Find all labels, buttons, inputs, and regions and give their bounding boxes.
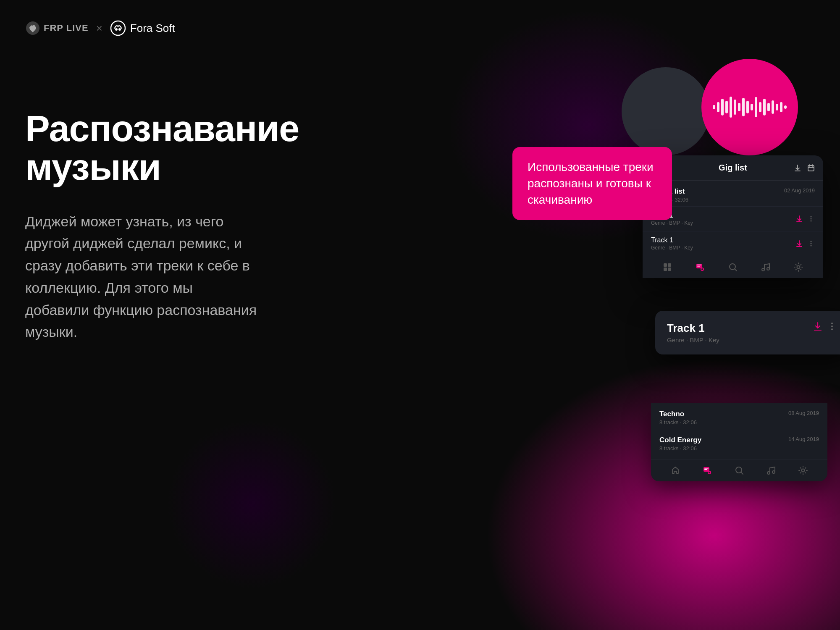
- svg-rect-6: [721, 99, 724, 116]
- header: FRP LIVE × Fora Soft: [25, 20, 175, 36]
- svg-point-33: [811, 243, 812, 244]
- svg-point-51: [831, 326, 833, 327]
- track-2-info: Track 1 Genre · BMP · Key: [651, 236, 693, 251]
- svg-rect-4: [713, 105, 715, 109]
- remix-date: 02 Aug 2019: [784, 187, 815, 194]
- nav-settings-icon[interactable]: [793, 262, 803, 272]
- frp-logo: FRP LIVE: [25, 21, 89, 36]
- svg-line-45: [735, 269, 737, 271]
- svg-point-50: [831, 323, 833, 324]
- svg-point-1: [111, 21, 125, 35]
- svg-rect-55: [704, 469, 707, 470]
- track-item-2: Track 1 Genre · BMP · Key: [643, 231, 823, 256]
- nav2-tracks-icon[interactable]: [766, 465, 776, 475]
- techno-meta: 8 tracks · 32:06: [659, 419, 697, 425]
- svg-point-29: [811, 218, 812, 220]
- description: Диджей может узнать, из чего другой дидж…: [25, 210, 260, 343]
- nav2-gig-icon[interactable]: [670, 465, 680, 475]
- app-lower-list: Techno 8 tracks · 32:06 08 Aug 2019 Cold…: [651, 403, 827, 481]
- frp-icon: [25, 21, 40, 36]
- svg-point-46: [762, 268, 764, 271]
- techno-date: 08 Aug 2019: [788, 410, 819, 416]
- svg-rect-11: [742, 98, 745, 116]
- svg-rect-10: [738, 103, 740, 111]
- svg-rect-19: [776, 104, 778, 110]
- svg-rect-9: [734, 100, 736, 115]
- title-line2: музыки: [25, 146, 161, 188]
- svg-line-59: [741, 472, 743, 474]
- expanded-download-icon[interactable]: [813, 322, 822, 331]
- app-title: Gig list: [719, 163, 747, 173]
- svg-rect-37: [664, 268, 667, 271]
- track-2-more-icon[interactable]: [807, 240, 815, 247]
- expanded-track-meta: Genre · BMP · Key: [667, 336, 719, 344]
- track-1-meta: Genre · BMP · Key: [651, 220, 693, 226]
- expanded-track-actions: [813, 322, 837, 331]
- track-1-actions: [795, 215, 815, 223]
- list-group-techno-header: Techno 8 tracks · 32:06 08 Aug 2019: [659, 410, 819, 425]
- svg-rect-14: [755, 97, 757, 117]
- svg-rect-36: [668, 263, 671, 267]
- track-2-name: Track 1: [651, 236, 693, 244]
- nav2-music-active-icon[interactable]: [702, 465, 712, 475]
- svg-rect-40: [697, 265, 701, 265]
- svg-point-57: [709, 472, 710, 473]
- svg-rect-54: [704, 468, 709, 469]
- right-section: Использованные треки распознаны и готовы…: [521, 42, 815, 546]
- nav-music-active-icon[interactable]: [695, 262, 705, 272]
- calendar-icon: [807, 164, 815, 172]
- chat-bubble: Использованные треки распознаны и готовы…: [512, 147, 672, 220]
- track-1-more-icon[interactable]: [807, 215, 815, 223]
- title-line1: Распознавание: [25, 108, 299, 149]
- main-title: Распознавание музыки: [25, 109, 260, 187]
- svg-rect-16: [763, 99, 766, 116]
- track-2-download-icon[interactable]: [795, 240, 803, 247]
- svg-rect-35: [664, 263, 667, 267]
- fora-logo: Fora Soft: [110, 20, 175, 36]
- svg-rect-17: [767, 103, 770, 111]
- svg-point-30: [811, 220, 812, 222]
- track-2-actions: [795, 240, 815, 247]
- circle-pink: [701, 59, 798, 155]
- svg-point-28: [811, 216, 812, 218]
- list-group-techno: Techno 8 tracks · 32:06 08 Aug 2019: [651, 403, 827, 429]
- svg-rect-23: [808, 165, 814, 171]
- cold-energy-title: Cold Energy: [659, 436, 701, 444]
- cold-energy-meta: 8 tracks · 32:06: [659, 445, 701, 452]
- svg-rect-8: [730, 97, 732, 118]
- bottom-nav: [643, 256, 823, 278]
- download-header-icon: [794, 164, 801, 172]
- list-group-remix-header: Remix list 8 tracks · 32:06 02 Aug 2019: [651, 187, 815, 203]
- cold-energy-info: Cold Energy 8 tracks · 32:06: [659, 436, 701, 452]
- svg-rect-5: [717, 102, 719, 112]
- expanded-track-name: Track 1: [667, 322, 719, 335]
- svg-point-2: [115, 28, 118, 31]
- nav-gig-icon[interactable]: [662, 262, 672, 272]
- svg-rect-21: [784, 105, 787, 109]
- svg-point-60: [767, 472, 770, 474]
- svg-point-62: [802, 469, 805, 472]
- svg-point-32: [811, 241, 812, 242]
- svg-rect-7: [725, 101, 728, 113]
- fora-soft-label: Fora Soft: [130, 22, 175, 35]
- svg-rect-15: [759, 102, 761, 112]
- track-1-download-icon[interactable]: [795, 215, 803, 223]
- nav-search-icon[interactable]: [728, 262, 738, 272]
- svg-point-3: [118, 28, 121, 31]
- svg-point-47: [767, 268, 769, 270]
- nav-tracks-icon[interactable]: [761, 262, 771, 272]
- left-section: Распознавание музыки Диджей может узнать…: [25, 109, 260, 343]
- expanded-more-icon[interactable]: [827, 322, 837, 331]
- nav2-settings-icon[interactable]: [798, 465, 808, 475]
- svg-rect-20: [780, 102, 782, 112]
- svg-rect-13: [751, 104, 753, 110]
- expanded-track-info: Track 1 Genre · BMP · Key: [667, 322, 719, 344]
- svg-point-52: [831, 328, 833, 330]
- svg-rect-38: [668, 268, 671, 271]
- svg-point-61: [772, 471, 775, 473]
- svg-rect-18: [772, 100, 774, 114]
- separator: ×: [96, 22, 102, 35]
- techno-title: Techno: [659, 410, 697, 418]
- nav2-search-icon[interactable]: [734, 465, 744, 475]
- svg-point-34: [811, 245, 812, 247]
